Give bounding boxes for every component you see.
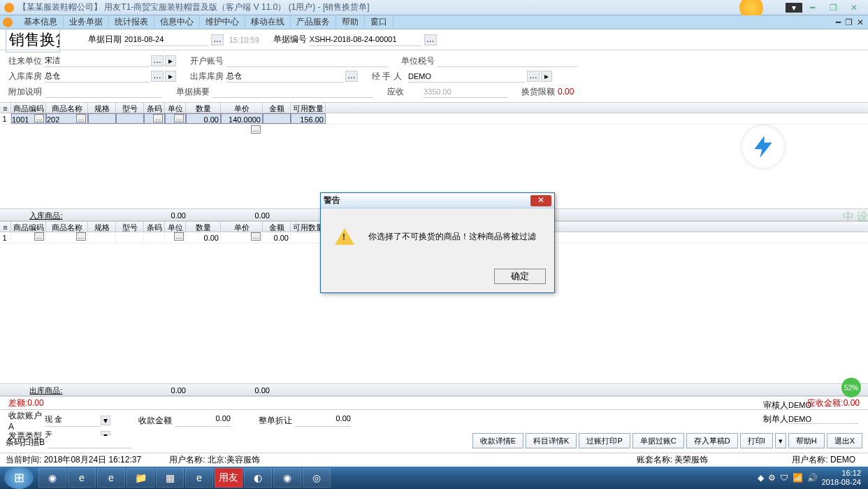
unit2-picker[interactable]: … [174,232,184,241]
date-picker-button[interactable]: … [211,34,224,45]
row2-barcode[interactable] [144,232,165,243]
col2-model[interactable]: 型号 [116,222,144,232]
task-tiles[interactable]: ▦ [156,468,184,488]
menu-maintain[interactable]: 维护中心 [200,15,245,29]
price-picker[interactable]: … [251,125,261,134]
col-barcode[interactable]: 条码 [144,103,165,113]
tray-icon3[interactable]: 🛡 [780,473,788,483]
task-app3[interactable]: ◎ [303,468,331,488]
system-tray[interactable]: ◆ ⚙ 🛡 📶 🔊 16:12 2018-08-24 [758,469,868,487]
dialog-titlebar[interactable]: 警告 ✕ [321,193,554,208]
disc-input[interactable]: 0.00 [295,414,351,427]
inwh-extra-icon[interactable]: ▸ [165,71,176,82]
post-button[interactable]: 单据过账C [632,433,684,448]
col2-spec[interactable]: 规格 [88,222,116,232]
acct-input[interactable]: 现 金 [45,414,101,427]
col2-barcode[interactable]: 条码 [144,222,165,232]
row-code[interactable]: 1001… [11,113,46,124]
menu-product[interactable]: 产品服务 [291,15,336,29]
col2-unit[interactable]: 单位 [165,222,186,232]
handler-input[interactable]: DEMO [408,70,526,83]
inner-restore[interactable]: ❐ [845,17,853,27]
row2-model[interactable] [116,232,144,243]
row-spec[interactable] [88,113,116,124]
row-model[interactable] [116,113,144,124]
draft-button[interactable]: 存入草稿D [686,433,738,448]
tray-net[interactable]: 📶 [793,473,803,483]
code-picker[interactable]: … [34,114,44,122]
row2-code[interactable]: … [11,232,46,243]
menu-basic[interactable]: 基本信息 [18,15,64,29]
outwh-picker[interactable]: … [345,71,358,82]
partner-picker[interactable]: … [151,55,164,66]
tray-icon2[interactable]: ⚙ [768,473,776,483]
col-qty[interactable]: 数量 [186,103,221,113]
row2-name[interactable]: … [46,232,88,243]
partner-input[interactable]: 宋洁 [45,55,150,67]
menu-mobile[interactable]: 移动在线 [245,15,291,29]
task-app1[interactable]: ◐ [244,468,272,488]
handler-extra-icon[interactable]: ▸ [541,71,552,82]
row2-qty[interactable]: 0.00 [186,232,221,243]
code2-picker[interactable]: … [34,232,44,241]
menu-business[interactable]: 业务单据 [64,15,109,29]
exit-button[interactable]: 退出X [827,433,862,448]
date-input[interactable] [124,34,208,46]
handler-picker[interactable]: … [527,71,540,82]
thunder-icon[interactable] [742,126,784,168]
outwh-input[interactable]: 总仓 [226,70,344,83]
row-qty[interactable]: 0.00 [186,113,221,124]
col-pname[interactable]: 商品名称 [46,103,88,113]
task-ie[interactable]: e [68,468,96,488]
acct-detail-button[interactable]: 科目详情K [526,433,577,448]
remark-input[interactable] [45,85,162,98]
inner-close[interactable]: ✕ [857,17,864,27]
col-avail[interactable]: 可用数量 [291,103,326,113]
row-price[interactable]: 140.0000… [221,113,263,124]
inwh-picker[interactable]: … [151,71,164,82]
post-print-button[interactable]: 过账打印P [579,433,630,448]
menu-window[interactable]: 窗口 [365,15,393,29]
col-price[interactable]: 单价 [221,103,263,113]
row2-price[interactable]: … [221,232,263,243]
row2-amount[interactable]: 0.00 [263,232,291,243]
print-button[interactable]: 打印I [740,433,773,448]
task-yongyou[interactable]: 用友 [215,468,243,488]
task-icon-1[interactable]: ◉ [38,468,66,488]
dropdown-icon[interactable]: ▾ [786,3,802,13]
recv-detail-button[interactable]: 收款详情E [472,433,523,448]
col-spec[interactable]: 规格 [88,103,116,113]
inwh-input[interactable]: 总仓 [45,70,150,83]
menu-info[interactable]: 信息中心 [154,15,200,29]
menu-help[interactable]: 帮助 [336,15,365,29]
partner-extra-icon[interactable]: ▸ [165,55,176,66]
row-avail[interactable]: 156.00 [291,113,326,124]
col-unit[interactable]: 单位 [165,103,186,113]
print-dd[interactable]: ▾ [775,433,786,448]
acct-dd[interactable]: ▾ [101,416,110,425]
dialog-ok-button[interactable]: 确定 [494,269,546,284]
price2-picker[interactable]: … [251,232,261,241]
account-input[interactable] [226,55,387,67]
task-app2[interactable]: ◉ [273,468,301,488]
row2-spec[interactable] [88,232,116,243]
col2-qty[interactable]: 数量 [186,222,221,232]
speed-circle[interactable]: 52% [841,378,861,397]
inner-minimize[interactable]: ━ [836,17,841,27]
tray-vol[interactable]: 🔊 [807,473,818,483]
barcode-picker[interactable]: … [153,114,163,122]
taskbar-clock[interactable]: 16:12 2018-08-24 [822,469,861,487]
start-button[interactable]: ⊞ [4,467,34,489]
col2-price[interactable]: 单价 [221,222,263,232]
col-amount[interactable]: 金额 [263,103,291,113]
unit-picker[interactable]: … [174,114,184,122]
tray-icon[interactable]: ◆ [758,473,764,483]
no-picker-button[interactable]: … [424,34,437,45]
no-input[interactable] [310,34,421,46]
taxno-input[interactable] [437,55,577,67]
row2-unit[interactable]: … [165,232,186,243]
close-button[interactable]: ✕ [844,2,864,13]
amt-input[interactable]: 0.00 [175,414,231,427]
row-barcode[interactable]: … [144,113,165,124]
barcode-input[interactable] [48,436,131,448]
